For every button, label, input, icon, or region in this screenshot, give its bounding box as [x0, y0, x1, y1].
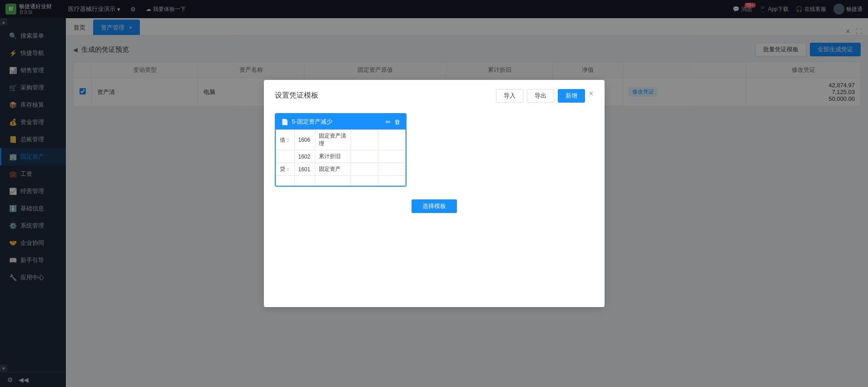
template-entry-row: 贷： 1601 固定资产 [276, 163, 405, 176]
empty-cell [378, 176, 405, 186]
entry-type-cell [276, 150, 294, 163]
entry-code-cell: 1606 [294, 130, 315, 150]
empty-cell [294, 176, 315, 186]
template-card-actions: ✏ 🗑 [386, 119, 400, 125]
entry-type-cell: 贷： [276, 163, 294, 176]
export-button[interactable]: 导出 [527, 89, 554, 103]
entry-name-cell: 累计折旧 [315, 150, 351, 163]
entry-code-cell: 1601 [294, 163, 315, 176]
template-footer: 选择模板 [275, 199, 594, 213]
template-table: 借： 1606 固定资产清理 1602 累计折旧 [276, 129, 406, 186]
entry-debit-cell [351, 150, 378, 163]
template-entry-row: 借： 1606 固定资产清理 [276, 130, 405, 150]
template-edit-icon[interactable]: ✏ [386, 119, 391, 125]
modal-close-button[interactable]: × [589, 89, 594, 103]
new-button[interactable]: 新增 [558, 89, 585, 103]
template-empty-row [276, 176, 405, 186]
entry-code-cell: 1602 [294, 150, 315, 163]
modal-title: 设置凭证模板 [275, 91, 318, 100]
template-delete-icon[interactable]: 🗑 [394, 119, 400, 125]
entry-type-cell: 借： [276, 130, 294, 150]
entry-credit-cell [378, 130, 405, 150]
template-file-icon: 📄 [281, 119, 288, 125]
template-name: 5-固定资产减少 [292, 118, 333, 126]
template-card-header-left: 📄 5-固定资产减少 [281, 118, 333, 126]
entry-credit-cell [378, 163, 405, 176]
empty-cell [351, 176, 378, 186]
template-entry-row: 1602 累计折旧 [276, 150, 405, 163]
entry-debit-cell [351, 163, 378, 176]
entry-name-cell: 固定资产清理 [315, 130, 351, 150]
modal: 设置凭证模板 导入 导出 新增 × 📄 5-固定资产减少 ✏ 🗑 [264, 80, 605, 307]
template-list: 📄 5-固定资产减少 ✏ 🗑 借： 1606 固 [275, 109, 594, 190]
empty-cell [315, 176, 351, 186]
empty-cell [276, 176, 294, 186]
template-card-header: 📄 5-固定资产减少 ✏ 🗑 [276, 114, 406, 129]
entry-debit-cell [351, 130, 378, 150]
entry-name-cell: 固定资产 [315, 163, 351, 176]
modal-toolbar: 导入 导出 新增 × [496, 89, 594, 103]
template-card-body: 借： 1606 固定资产清理 1602 累计折旧 [276, 129, 406, 186]
import-button[interactable]: 导入 [496, 89, 523, 103]
modal-overlay: 设置凭证模板 导入 导出 新增 × 📄 5-固定资产减少 ✏ 🗑 [0, 0, 868, 387]
template-card: 📄 5-固定资产减少 ✏ 🗑 借： 1606 固 [275, 113, 407, 187]
entry-credit-cell [378, 150, 405, 163]
select-template-button[interactable]: 选择模板 [412, 199, 457, 213]
